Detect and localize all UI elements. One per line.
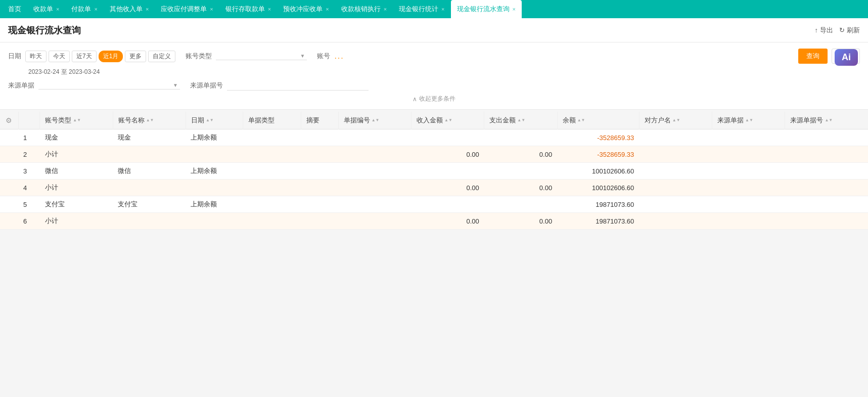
table-header-row: ⚙ 账号类型 ▲▼ 账号名称 ▲▼ 日期 [0,112,868,129]
td-gear [0,146,18,163]
nav-bank-deposit-close[interactable]: × [268,0,271,18]
th-expense: 支出金额 ▲▼ [484,112,557,129]
sort-counterparty-icon[interactable]: ▲▼ [672,118,680,122]
td-source-doc [712,213,785,230]
nav-prepaid-label: 预收冲应收单 [283,0,323,18]
source-doc-select[interactable]: ▼ [38,81,180,90]
query-button[interactable]: 查询 [798,49,828,64]
td-doc-type [243,163,301,180]
nav-receipt-close[interactable]: × [56,0,59,18]
td-income [412,129,484,146]
sort-date-icon[interactable]: ▲▼ [206,118,214,122]
account-type-select[interactable]: ▼ [216,52,307,60]
td-income [412,196,484,213]
data-table: ⚙ 账号类型 ▲▼ 账号名称 ▲▼ 日期 [0,112,868,230]
nav-collection[interactable]: 收款核销执行 × [335,0,393,18]
nav-home[interactable]: 首页 [2,0,27,18]
td-account-name: 微信 [113,163,186,180]
sort-balance-icon[interactable]: ▲▼ [577,118,585,122]
nav-prepaid-close[interactable]: × [326,0,329,18]
th-doc-no: 单据编号 ▲▼ [338,112,411,129]
td-source-doc-no [785,180,868,196]
account-type-arrow-icon: ▼ [300,53,305,59]
filter-area: 日期 昨天 今天 近7天 近1月 更多 自定义 账号类型 ▼ 账号 ... [0,42,868,110]
th-income: 收入金额 ▲▼ [412,112,484,129]
td-gear [0,129,18,146]
nav-home-label: 首页 [8,0,21,18]
sort-income-icon[interactable]: ▲▼ [444,118,452,122]
date-today[interactable]: 今天 [49,51,70,62]
nav-collection-close[interactable]: × [384,0,387,18]
th-account-name: 账号名称 ▲▼ [113,112,186,129]
date-1month[interactable]: 近1月 [99,51,123,62]
date-custom[interactable]: 自定义 [148,51,175,62]
th-source-doc-no: 来源单据号 ▲▼ [785,112,868,129]
nav-adjustment[interactable]: 应收应付调整单 × [155,0,219,18]
td-no: 3 [18,163,40,180]
nav-payment-close[interactable]: × [94,0,97,18]
account-type-filter-group: 账号类型 ▼ [186,52,307,61]
td-source-doc-no [785,213,868,230]
nav-cash-flow[interactable]: 现金银行流水查询 × [451,0,522,18]
sort-expense-icon[interactable]: ▲▼ [517,118,525,122]
nav-cash-stat[interactable]: 现金银行统计 × [393,0,450,18]
nav-payment[interactable]: 付款单 × [65,0,103,18]
td-no: 5 [18,196,40,213]
export-icon: ↑ [815,26,818,34]
page-title: 现金银行流水查询 [8,24,81,36]
account-label: 账号 [317,52,330,61]
collapse-bar[interactable]: ∧ 收起更多条件 [8,95,860,103]
td-expense: 0.00 [484,180,557,196]
source-doc-filter-group: 来源单据 ▼ [8,81,180,90]
nav-receipt[interactable]: 收款单 × [27,0,65,18]
td-account-name [113,146,186,163]
td-income: 0.00 [412,180,484,196]
td-doc-no [338,129,411,146]
sort-account-type-icon[interactable]: ▲▼ [73,118,81,122]
account-dots-button[interactable]: ... [334,52,344,61]
nav-bank-deposit[interactable]: 银行存取款单 × [219,0,277,18]
date-more[interactable]: 更多 [125,51,146,62]
sort-doc-no-icon[interactable]: ▲▼ [372,118,380,122]
source-doc-no-input[interactable] [227,80,369,91]
nav-cash-stat-label: 现金银行统计 [399,0,438,18]
export-button[interactable]: ↑ 导出 [815,26,834,35]
nav-collection-label: 收款核销执行 [341,0,381,18]
td-source-doc [712,146,785,163]
td-balance: -3528659.33 [557,129,639,146]
sort-source-doc-icon[interactable]: ▲▼ [745,118,753,122]
td-date: 上期余额 [186,163,243,180]
nav-cash-stat-close[interactable]: × [441,0,444,18]
td-doc-type [243,129,301,146]
table-body: 1 现金 现金 上期余额 -3528659.33 2 小计 0.00 0.00 … [0,129,868,230]
td-doc-no [338,163,411,180]
th-balance: 余额 ▲▼ [557,112,639,129]
td-no: 4 [18,180,40,196]
nav-adjustment-close[interactable]: × [210,0,213,18]
nav-cash-flow-close[interactable]: × [513,0,516,18]
td-expense [484,196,557,213]
td-counterparty [639,146,712,163]
date-7days[interactable]: 近7天 [72,51,97,62]
th-date: 日期 ▲▼ [186,112,243,129]
td-expense [484,129,557,146]
td-gear [0,196,18,213]
td-account-name [113,180,186,196]
date-yesterday[interactable]: 昨天 [25,51,47,62]
nav-receipt-label: 收款单 [33,0,53,18]
refresh-button[interactable]: ↻ 刷新 [839,26,860,35]
th-doc-type: 单据类型 [243,112,301,129]
td-summary [301,129,338,146]
nav-other-income[interactable]: 其他收入单 × [104,0,155,18]
top-nav: 首页 收款单 × 付款单 × 其他收入单 × 应收应付调整单 × 银行存取款单 … [0,0,868,18]
nav-other-income-close[interactable]: × [146,0,149,18]
td-gear [0,213,18,230]
nav-prepaid[interactable]: 预收冲应收单 × [277,0,335,18]
td-source-doc [712,129,785,146]
sort-source-doc-no-icon[interactable]: ▲▼ [825,118,833,122]
td-source-doc-no [785,146,868,163]
gear-icon[interactable]: ⚙ [6,116,12,124]
filter-row-1: 日期 昨天 今天 近7天 近1月 更多 自定义 账号类型 ▼ 账号 ... [8,49,860,64]
ai-badge[interactable]: Ai [835,49,858,66]
sort-account-name-icon[interactable]: ▲▼ [146,118,154,122]
